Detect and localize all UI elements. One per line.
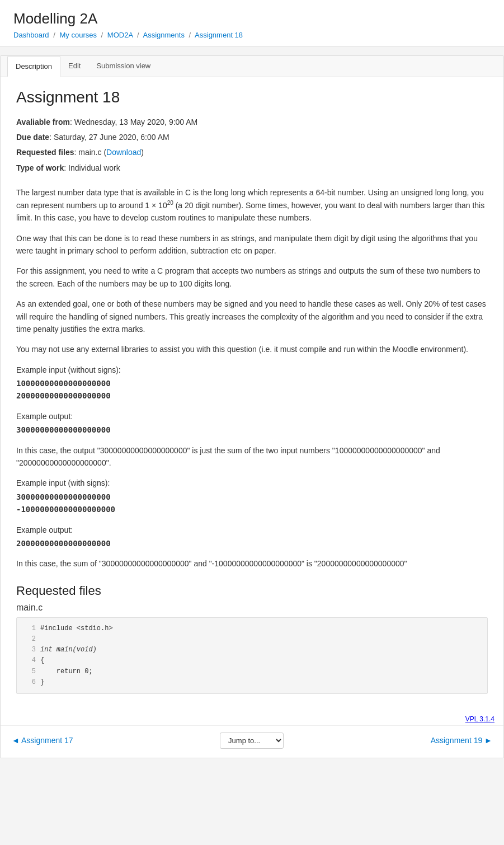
explanation-2: In this case, the sum of "30000000000000… [16,557,488,570]
requested-files-meta: Requested files: main.c (Download) [16,145,488,159]
footer-nav: ◄ Assignment 17 Jump to... Assignment 19… [1,725,503,758]
available-from: Avaliable from: Wednesday, 13 May 2020, … [16,115,488,129]
example-input-signs-value-2: -10000000000000000000 [16,503,488,515]
code-block: 1#include <stdio.h> 2 3int main(void) 4{… [16,617,488,694]
breadcrumb-mycourses[interactable]: My courses [59,31,96,39]
meta-info: Avaliable from: Wednesday, 13 May 2020, … [16,115,488,175]
jump-to-select[interactable]: Jump to... [220,733,284,749]
file-name: main.c [16,603,488,613]
example-input-signs: Example input (with signs): 300000000000… [16,477,488,515]
body-para-5: You may not use any external libraries t… [16,343,488,355]
example-input-no-signs: Example input (without signs): 100000000… [16,364,488,402]
vpl-version: VPL 3.1.4 [1,711,503,725]
body-para-4: As an extended goal, one or both of thes… [16,298,488,335]
example-output-signs-value: 20000000000000000000 [16,537,488,550]
page-title: Modelling 2A [13,10,491,27]
breadcrumb-mod2a[interactable]: MOD2A [107,31,133,39]
example-input-signs-value-1: 30000000000000000000 [16,491,488,503]
body-text: The largest number data type that is ava… [16,186,488,570]
example-input-no-signs-value-1: 10000000000000000000 [16,377,488,389]
vpl-version-link[interactable]: VPL 3.1.4 [465,715,494,723]
example-output-value-1: 30000000000000000000 [16,424,488,436]
download-link[interactable]: Download [106,148,141,157]
explanation-1: In this case, the output "30000000000000… [16,444,488,470]
assignment-title: Assignment 18 [16,88,488,106]
example-output-label-1: Example output: [16,410,488,422]
example-input-no-signs-label: Example input (without signs): [16,364,488,376]
content-area: Assignment 18 Avaliable from: Wednesday,… [1,77,503,711]
tab-description[interactable]: Description [7,56,60,77]
example-output-signs-label: Example output: [16,524,488,536]
example-output-1: Example output: 30000000000000000000 [16,410,488,436]
due-date: Due date: Saturday, 27 June 2020, 6:00 A… [16,130,488,144]
body-para-3: For this assignment, you need to write a… [16,265,488,290]
example-input-no-signs-value-2: 20000000000000000000 [16,389,488,402]
body-para-1: The largest number data type that is ava… [16,186,488,224]
breadcrumb-assignment18[interactable]: Assignment 18 [195,31,243,39]
example-output-2: Example output: 20000000000000000000 [16,524,488,550]
page-header: Modelling 2A Dashboard / My courses / MO… [0,0,504,46]
breadcrumb-assignments[interactable]: Assignments [143,31,185,39]
next-assignment-link[interactable]: Assignment 19 ► [431,736,492,745]
breadcrumb: Dashboard / My courses / MOD2A / Assignm… [13,31,491,39]
main-content: Description Edit Submission view Assignm… [0,55,504,758]
tab-edit[interactable]: Edit [60,56,88,77]
requested-files-heading: Requested files [16,584,488,598]
tab-submission-view[interactable]: Submission view [88,56,158,77]
type-of-work: Type of work: Individual work [16,161,488,175]
breadcrumb-dashboard[interactable]: Dashboard [13,31,49,39]
body-para-2: One way that this can be done is to read… [16,232,488,257]
example-input-signs-label: Example input (with signs): [16,477,488,489]
tabs: Description Edit Submission view [1,56,503,77]
prev-assignment-link[interactable]: ◄ Assignment 17 [12,736,73,745]
